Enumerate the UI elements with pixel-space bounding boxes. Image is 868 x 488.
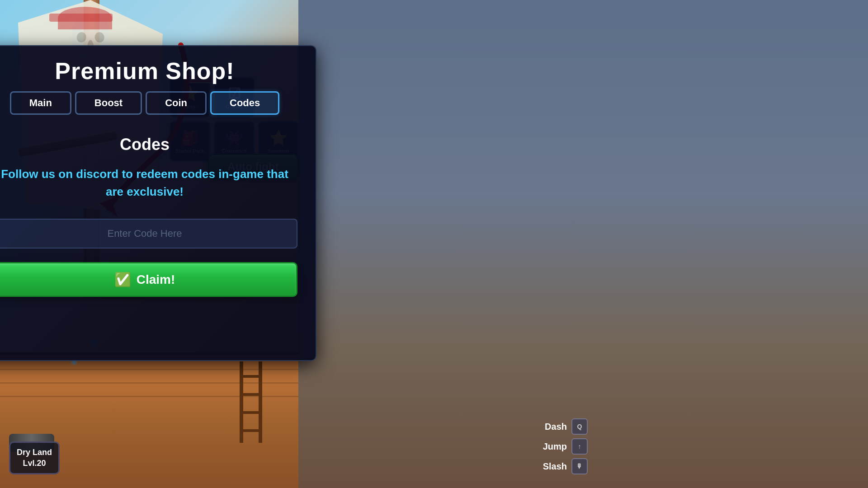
jump-label: Jump <box>543 441 567 452</box>
code-input[interactable] <box>0 219 297 249</box>
tab-boost[interactable]: Boost <box>75 91 142 115</box>
tab-coin[interactable]: Coin <box>146 91 207 115</box>
shop-overlay <box>298 0 868 488</box>
location-level: Lvl.20 <box>17 458 52 469</box>
slash-key: 🎙 <box>571 458 588 474</box>
codes-description: Follow us on discord to redeem codes in-… <box>0 165 297 201</box>
dash-key: Q <box>571 418 588 435</box>
location-badge: Dry Land Lvl.20 <box>9 441 60 474</box>
slash-label: Slash <box>543 461 567 472</box>
hud-shortcuts: Dash Q Jump ↑ Slash 🎙 <box>543 418 588 474</box>
dash-label: Dash <box>545 422 567 432</box>
jump-shortcut: Jump ↑ <box>543 438 588 455</box>
codes-section-title: Codes <box>0 135 297 154</box>
ship-ladder <box>240 361 262 443</box>
claim-button[interactable]: ✅ Claim! <box>0 262 297 297</box>
tab-bar: Main Boost Coin Codes <box>0 91 316 122</box>
shop-panel: Premium Shop! Main Boost Coin Codes Code… <box>0 45 316 361</box>
shop-title: Premium Shop! <box>0 46 316 91</box>
dash-shortcut: Dash Q <box>543 418 588 435</box>
tab-codes[interactable]: Codes <box>210 91 279 115</box>
claim-label: Claim! <box>137 272 175 287</box>
location-area: Dry Land <box>17 447 52 458</box>
claim-checkmark-icon: ✅ <box>114 272 131 287</box>
tab-main[interactable]: Main <box>10 91 71 115</box>
jump-key: ↑ <box>571 438 588 455</box>
shop-codes-content: Codes Follow us on discord to redeem cod… <box>0 122 316 310</box>
slash-shortcut: Slash 🎙 <box>543 458 588 474</box>
